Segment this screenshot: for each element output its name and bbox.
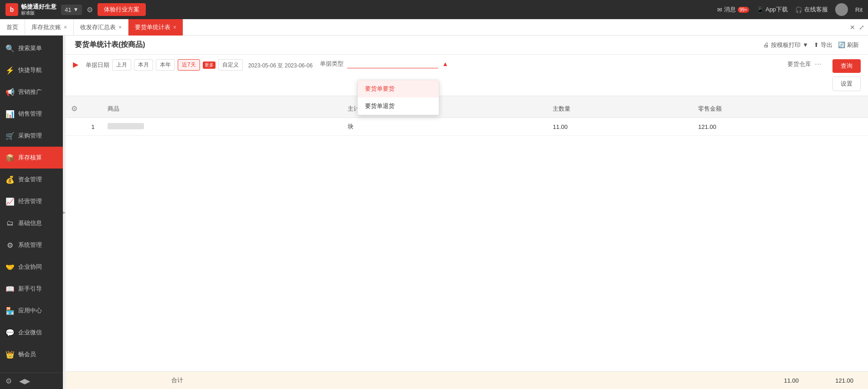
store-name: 41 — [65, 6, 71, 13]
tab-expand-icon[interactable]: ⤢ — [859, 24, 864, 31]
type-filter-input[interactable] — [347, 59, 438, 68]
sidebar-item-vip[interactable]: 👑 畅会员 — [0, 343, 63, 365]
sidebar-item-wechat[interactable]: 💬 企业微信 — [0, 322, 63, 343]
date-range-text: 2023-05-06 至 2023-06-06 — [248, 62, 313, 70]
sidebar-item-quicknav-label: 快捷导航 — [18, 66, 42, 74]
table-header: ⚙ 商品 主计量单位 主数量 零售金额 — [66, 100, 868, 118]
header-left: b 畅捷通好生意 标准版 41 ▼ ⚙ 体验行业方案 — [5, 3, 146, 16]
tab-close-order-stats[interactable]: × — [173, 24, 176, 31]
top-header: b 畅捷通好生意 标准版 41 ▼ ⚙ 体验行业方案 ✉ 消息 99+ 📱 Ap… — [0, 0, 868, 19]
sidebar-item-appstore-label: 应用中心 — [18, 307, 42, 315]
type-filter-group: 单据类型 ▲ — [320, 59, 448, 68]
main-layout: 🔍 搜索菜单 ⚡ 快捷导航 📢 营销推广 📊 销售管理 🛒 采购管理 — [0, 36, 868, 389]
app-download-label: App下载 — [765, 5, 788, 14]
operations-icon: 📈 — [5, 197, 15, 206]
tab-summary[interactable]: 收发存汇总表 × — [74, 19, 128, 36]
col-settings-icon[interactable]: ⚙ — [71, 105, 77, 113]
online-service-label: 在线客服 — [804, 5, 828, 14]
messages-item[interactable]: ✉ 消息 99+ — [717, 5, 749, 14]
date-btn-this-year[interactable]: 本年 — [156, 59, 175, 71]
date-btn-7days[interactable]: 近7天 — [178, 59, 200, 71]
date-btn-last-month[interactable]: 上月 — [112, 59, 131, 71]
table-container: ⚙ 商品 主计量单位 主数量 零售金额 — [66, 100, 868, 371]
tab-bar: 首页 库存批次账 × 收发存汇总表 × 要货单统计表 × ✕ ⤢ — [0, 19, 868, 36]
logo-area: b 畅捷通好生意 标准版 — [5, 3, 56, 16]
sidebar-item-guide[interactable]: 📖 新手引导 — [0, 278, 63, 300]
col-index — [84, 100, 102, 118]
purchase-icon: 🛒 — [5, 131, 15, 140]
online-service-item[interactable]: 🎧 在线客服 — [795, 5, 828, 14]
row-amount-value: 121.00 — [698, 123, 716, 130]
page-title: 要货单统计表(按商品) — [75, 40, 145, 50]
table-header-row: ⚙ 商品 主计量单位 主数量 零售金额 — [66, 100, 868, 118]
print-button[interactable]: 🖨 按模板打印 ▼ — [763, 41, 808, 49]
filter-settings-button[interactable]: 设置 — [832, 77, 861, 91]
sidebar-item-quicknav[interactable]: ⚡ 快捷导航 — [0, 59, 63, 81]
sidebar-item-wechat-label: 企业微信 — [18, 328, 42, 337]
col-quantity: 主数量 — [547, 100, 693, 118]
export-button[interactable]: ⬆ 导出 — [814, 41, 832, 49]
type-filter-label: 单据类型 — [320, 60, 344, 68]
filter-expand-button[interactable]: ▶ — [73, 60, 78, 69]
sidebar-item-search[interactable]: 🔍 搜索菜单 — [0, 37, 63, 59]
tab-order-stats[interactable]: 要货单统计表 × — [128, 19, 183, 36]
logo-text: 畅捷通好生意 标准版 — [21, 3, 56, 16]
trial-button[interactable]: 体验行业方案 — [98, 3, 146, 16]
sidebar-item-appstore[interactable]: 🏪 应用中心 — [0, 300, 63, 322]
sidebar-item-finance[interactable]: 💰 资金管理 — [0, 169, 63, 190]
warehouse-filter-group: 要货仓库 ··· — [787, 59, 822, 69]
tab-home[interactable]: 首页 — [0, 19, 25, 36]
footer-amount-total: 121.00 — [826, 377, 863, 384]
sidebar-settings-icon[interactable]: ⚙ — [5, 377, 12, 385]
type-dropdown: 要货单要货 要货单退货 — [357, 80, 439, 115]
warehouse-more-icon[interactable]: ··· — [815, 59, 822, 69]
messages-label: 消息 — [724, 5, 736, 14]
sidebar-item-system[interactable]: ⚙ 系统管理 — [0, 234, 63, 256]
sidebar-item-marketing-label: 营销推广 — [18, 88, 42, 96]
sidebar-item-basic-info[interactable]: 🗂 基础信息 — [0, 212, 63, 234]
date-btn-custom[interactable]: 自定义 — [218, 59, 243, 71]
tab-close-inventory-batch[interactable]: × — [64, 24, 67, 31]
appstore-icon: 🏪 — [5, 306, 15, 315]
app-subtitle: 标准版 — [21, 10, 56, 16]
tab-summary-label: 收发存汇总表 — [80, 23, 116, 31]
tab-close-summary[interactable]: × — [118, 24, 122, 31]
tab-close-all-icon[interactable]: ✕ — [850, 24, 855, 31]
inventory-icon: 📦 — [5, 153, 15, 162]
sidebar-item-operations[interactable]: 📈 经营管理 — [0, 190, 63, 212]
col-settings: ⚙ — [66, 100, 84, 118]
sidebar-item-inventory[interactable]: 📦 库存核算 — [0, 147, 63, 169]
type-chevron-up-icon[interactable]: ▲ — [442, 60, 448, 67]
tab-order-stats-label: 要货单统计表 — [135, 23, 170, 31]
user-name-text: Rit — [855, 6, 863, 13]
date-btn-this-month[interactable]: 本月 — [134, 59, 153, 71]
sidebar-item-collab[interactable]: 🤝 企业协同 — [0, 256, 63, 278]
store-selector[interactable]: 41 ▼ — [61, 5, 82, 15]
sidebar-item-sales[interactable]: 📊 销售管理 — [0, 103, 63, 125]
sidebar-item-marketing[interactable]: 📢 营销推广 — [0, 81, 63, 103]
action-buttons: 查询 设置 — [832, 59, 861, 91]
query-button[interactable]: 查询 — [832, 59, 861, 73]
settings-icon[interactable]: ⚙ — [87, 5, 93, 14]
print-label: 按模板打印 — [771, 41, 801, 49]
sidebar-item-system-label: 系统管理 — [18, 241, 42, 249]
avatar[interactable] — [835, 3, 848, 16]
dropdown-item-return[interactable]: 要货单退货 — [358, 97, 439, 115]
sidebar-collapse-icon[interactable]: ◀▶ — [19, 377, 30, 385]
marketing-icon: 📢 — [5, 87, 15, 97]
logo-icon: b — [5, 3, 18, 16]
finance-icon: 💰 — [5, 175, 15, 184]
refresh-button[interactable]: 🔄 刷新 — [838, 41, 859, 49]
col-goods-label: 商品 — [108, 105, 119, 112]
tab-home-label: 首页 — [6, 23, 18, 31]
app-title: 畅捷通好生意 — [21, 3, 56, 10]
header-right: ✉ 消息 99+ 📱 App下载 🎧 在线客服 Rit — [717, 3, 863, 16]
content-area: 要货单统计表(按商品) 🖨 按模板打印 ▼ ⬆ 导出 🔄 刷新 ▶ — [66, 36, 868, 389]
dropdown-item-order[interactable]: 要货单要货 — [358, 80, 439, 97]
tab-inventory-batch[interactable]: 库存批次账 × — [25, 19, 74, 36]
tab-controls: ✕ ⤢ — [850, 24, 868, 31]
app-download-item[interactable]: 📱 App下载 — [756, 5, 788, 14]
sidebar-item-purchase[interactable]: 🛒 采购管理 — [0, 125, 63, 147]
service-icon: 🎧 — [795, 6, 802, 13]
more-dates-badge[interactable]: 更多 — [203, 61, 216, 69]
